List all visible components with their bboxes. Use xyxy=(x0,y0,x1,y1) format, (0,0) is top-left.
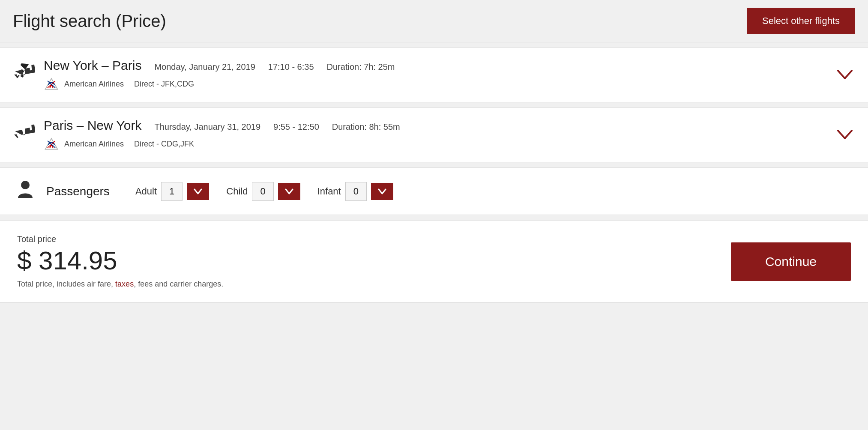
return-flight-card: Paris – New York Thursday, January 31, 2… xyxy=(0,108,868,162)
adult-label: Adult xyxy=(135,186,157,197)
plane-icon xyxy=(13,62,35,88)
return-route-code: Direct - CDG,JFK xyxy=(134,140,194,149)
total-note-suffix: , fees and carrier charges. xyxy=(134,280,223,288)
return-duration: Duration: 8h: 55m xyxy=(332,122,400,132)
taxes-link[interactable]: taxes xyxy=(115,280,134,288)
outbound-date: Monday, January 21, 2019 xyxy=(154,62,255,72)
adult-passenger-group: Adult 1 xyxy=(135,182,209,201)
svg-point-2 xyxy=(21,181,30,189)
child-passenger-group: Child 0 xyxy=(226,182,300,201)
adult-count: 1 xyxy=(161,182,183,201)
total-label: Total price xyxy=(17,234,731,244)
outbound-flight-card: New York – Paris Monday, January 21, 201… xyxy=(0,48,868,102)
total-note-prefix: Total price, includes air fare, xyxy=(17,280,115,288)
return-time: 9:55 - 12:50 xyxy=(273,122,319,132)
return-expand-chevron[interactable] xyxy=(837,128,853,142)
passengers-section: Passengers Adult 1 Child 0 Infant 0 xyxy=(0,167,868,215)
child-dropdown-button[interactable] xyxy=(278,183,300,200)
page-title: Flight search (Price) xyxy=(13,12,166,31)
total-price-area: Total price $ 314.95 Total price, includ… xyxy=(17,234,731,289)
return-airline: American Airlines xyxy=(64,140,124,149)
outbound-airline: American Airlines xyxy=(64,80,124,89)
outbound-route-code: Direct - JFK,CDG xyxy=(134,80,194,89)
outbound-duration: Duration: 7h: 25m xyxy=(327,62,395,72)
infant-passenger-group: Infant 0 xyxy=(317,182,393,201)
child-label: Child xyxy=(226,186,248,197)
adult-dropdown-button[interactable] xyxy=(187,183,209,200)
page-header: Flight search (Price) Select other fligh… xyxy=(0,0,868,42)
outbound-flight-info: New York – Paris Monday, January 21, 201… xyxy=(44,58,851,92)
return-date: Thursday, January 31, 2019 xyxy=(154,122,260,132)
outbound-expand-chevron[interactable] xyxy=(837,68,853,82)
infant-dropdown-button[interactable] xyxy=(371,183,393,200)
total-section: Total price $ 314.95 Total price, includ… xyxy=(0,220,868,303)
infant-count: 0 xyxy=(345,182,367,201)
return-route: Paris – New York xyxy=(44,118,141,133)
infant-label: Infant xyxy=(317,186,341,197)
plane-icon-return xyxy=(13,122,35,148)
return-flight-info: Paris – New York Thursday, January 31, 2… xyxy=(44,118,851,152)
total-note: Total price, includes air fare, taxes, f… xyxy=(17,280,731,289)
child-count: 0 xyxy=(252,182,273,201)
outbound-time: 17:10 - 6:35 xyxy=(268,62,314,72)
select-other-flights-button[interactable]: Select other flights xyxy=(747,8,855,34)
continue-button[interactable]: Continue xyxy=(731,242,851,281)
passengers-icon xyxy=(17,180,33,203)
passengers-label: Passengers xyxy=(46,185,110,198)
total-price-value: $ 314.95 xyxy=(17,246,731,275)
outbound-route: New York – Paris xyxy=(44,58,141,73)
